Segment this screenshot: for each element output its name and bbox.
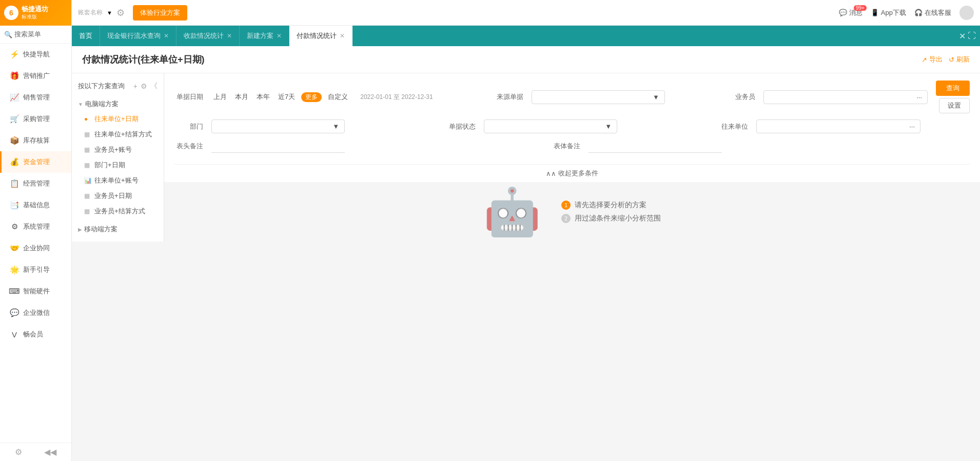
empty-step-2: 2 用过滤条件来缩小分析范围: [561, 214, 661, 223]
date-more[interactable]: 更多: [301, 92, 322, 102]
sidebar-item-guide[interactable]: 🌟 新手引导: [0, 259, 71, 280]
scheme-item-salesman-account[interactable]: ▦ 业务员+账号: [72, 142, 164, 157]
partner-select[interactable]: ···: [756, 119, 920, 133]
tab-bank-flow[interactable]: 现金银行流水查询 ✕: [100, 26, 177, 46]
date-custom[interactable]: 自定义: [326, 91, 350, 103]
sidebar-item-finance[interactable]: 💰 资金管理: [0, 151, 71, 173]
empty-step-1: 1 请先选择要分析的方案: [561, 201, 646, 210]
tab-close-receipt-stats[interactable]: ✕: [227, 32, 232, 39]
scheme-collapse-btn[interactable]: 《: [150, 82, 158, 91]
tab-close-all-btn[interactable]: ✕: [959, 31, 966, 41]
member-icon: V: [10, 330, 19, 339]
scheme-item-salesman-settle[interactable]: ▦ 业务员+结算方式: [72, 204, 164, 219]
scheme-item-salesman-date[interactable]: ▦ 业务员+日期: [72, 188, 164, 204]
dept-date-icon: ▦: [84, 162, 91, 169]
date-last-7[interactable]: 近7天: [276, 91, 297, 103]
source-select[interactable]: ▼: [532, 90, 665, 104]
scheme-item-partner-date[interactable]: ● 往来单位+日期: [72, 111, 164, 127]
wechat-icon: 💬: [10, 308, 19, 317]
date-this-year[interactable]: 本年: [254, 91, 272, 103]
sidebar-item-basic[interactable]: 📑 基础信息: [0, 194, 71, 216]
search-menu[interactable]: 🔍 搜索菜单: [0, 26, 71, 44]
tab-close-payment-stats[interactable]: ✕: [340, 32, 345, 39]
tab-home[interactable]: 首页: [72, 26, 100, 46]
logo-icon: 6: [4, 6, 18, 20]
scheme-panel-tools: + ⚙ 《: [133, 82, 158, 91]
sidebar-item-operation[interactable]: 📋 经营管理: [0, 173, 71, 194]
empty-state-area: 🤖 1 请先选择要分析的方案 2 用过滤条件来缩小分析范围: [164, 182, 980, 242]
message-icon: 💬: [839, 9, 847, 16]
tab-close-bank-flow[interactable]: ✕: [164, 32, 169, 39]
desktop-section: ▼ 电脑端方案 ● 往来单位+日期 ▦ 往来单位+结算方式 ▦ 业务员+账号: [72, 97, 164, 219]
sidebar-item-enterprise[interactable]: 🤝 企业协同: [0, 237, 71, 259]
date-last-month[interactable]: 上月: [211, 91, 229, 103]
note-body-input[interactable]: [589, 139, 722, 153]
operation-icon: 📋: [10, 179, 19, 188]
dept-select[interactable]: ▼: [211, 119, 345, 133]
page-header: 付款情况统计(往来单位+日期) ↗ 导出 ↺ 刷新: [72, 46, 980, 73]
empty-wrapper: 🤖 1 请先选择要分析的方案 2 用过滤条件来缩小分析范围: [483, 185, 661, 239]
main-area: 账套名称 ▼ ⚙ 体验行业方案 💬 消息 99+ 📱 App下载 🎧 在线客服 …: [72, 0, 980, 461]
sidebar: 6 畅捷通坊 标准版 🔍 搜索菜单 ⚡ 快捷导航 🎁 营销推广 📈 销售管理 🛒…: [0, 0, 72, 461]
collapse-bar[interactable]: ∧∧ 收起更多条件: [174, 164, 970, 182]
online-service-btn[interactable]: 🎧 在线客服: [914, 8, 951, 17]
footer-collapse-icon[interactable]: ◀◀: [44, 447, 56, 457]
topbar: 账套名称 ▼ ⚙ 体验行业方案 💬 消息 99+ 📱 App下载 🎧 在线客服: [72, 0, 980, 26]
topbar-settings-icon[interactable]: ⚙: [116, 7, 125, 18]
tabbar-actions: ✕ ⛶: [955, 26, 980, 46]
sidebar-item-sales[interactable]: 📈 销售管理: [0, 87, 71, 108]
note-header-input[interactable]: [211, 139, 345, 153]
scheme-item-partner-account[interactable]: 📊 往来单位+账号: [72, 173, 164, 188]
footer-settings-icon[interactable]: ⚙: [15, 447, 22, 457]
basic-icon: 📑: [10, 201, 19, 210]
tab-close-new-plan[interactable]: ✕: [277, 32, 282, 39]
service-icon: 🎧: [914, 9, 923, 16]
sidebar-item-hardware[interactable]: ⌨ 智能硬件: [0, 280, 71, 302]
content-body: 按以下方案查询 + ⚙ 《 ▼ 电脑端方案 ● 往来单位+日期: [72, 73, 980, 242]
topbar-right: 💬 消息 99+ 📱 App下载 🎧 在线客服: [839, 6, 974, 20]
quick-nav-icon: ⚡: [10, 50, 19, 59]
sidebar-item-system[interactable]: ⚙ 系统管理: [0, 216, 71, 237]
trial-btn[interactable]: 体验行业方案: [133, 5, 187, 21]
empty-robot-icon: 🤖: [483, 185, 541, 239]
salesman-settle-icon: ▦: [84, 208, 91, 215]
app-download-btn[interactable]: 📱 App下载: [871, 8, 906, 17]
scheme-settings-btn[interactable]: ⚙: [141, 82, 147, 90]
export-btn[interactable]: ↗ 导出: [922, 55, 943, 64]
tab-payment-stats[interactable]: 付款情况统计 ✕: [289, 26, 352, 46]
refresh-btn[interactable]: ↺ 刷新: [949, 55, 970, 64]
tab-expand-btn[interactable]: ⛶: [968, 31, 976, 41]
tab-receipt-stats[interactable]: 收款情况统计 ✕: [177, 26, 240, 46]
filter-actions: 查询 设置: [936, 81, 970, 113]
scheme-item-partner-settle[interactable]: ▦ 往来单位+结算方式: [72, 127, 164, 142]
filter-row-2: 部门 ▼ 单据状态 ▼ 往来: [174, 119, 970, 133]
sidebar-item-wechat[interactable]: 💬 企业微信: [0, 302, 71, 324]
mobile-section-header[interactable]: ▶ 移动端方案: [72, 222, 164, 236]
partner-account-icon: 📊: [84, 177, 91, 184]
sidebar-item-member[interactable]: V 畅会员: [0, 324, 71, 345]
scheme-panel-header: 按以下方案查询 + ⚙ 《: [72, 78, 164, 94]
scheme-item-dept-date[interactable]: ▦ 部门+日期: [72, 157, 164, 173]
sidebar-item-marketing[interactable]: 🎁 营销推广: [0, 65, 71, 87]
settings-btn[interactable]: 设置: [939, 98, 970, 113]
scheme-add-btn[interactable]: +: [133, 82, 138, 90]
user-avatar[interactable]: [959, 6, 974, 20]
dept-label: 部门: [174, 122, 203, 131]
desktop-section-header[interactable]: ▼ 电脑端方案: [72, 97, 164, 111]
sidebar-item-purchase[interactable]: 🛒 采购管理: [0, 108, 71, 130]
sidebar-item-inventory[interactable]: 📦 库存核算: [0, 130, 71, 151]
sidebar-nav: ⚡ 快捷导航 🎁 营销推广 📈 销售管理 🛒 采购管理 📦 库存核算 💰 资金管…: [0, 44, 71, 443]
empty-state: 1 请先选择要分析的方案 2 用过滤条件来缩小分析范围: [561, 201, 661, 223]
tab-new-plan[interactable]: 新建方案 ✕: [240, 26, 289, 46]
salesman-select[interactable]: ···: [763, 90, 928, 104]
messages-btn[interactable]: 💬 消息 99+: [839, 8, 863, 17]
doc-status-select[interactable]: ▼: [484, 119, 617, 133]
sidebar-item-quick-nav[interactable]: ⚡ 快捷导航: [0, 44, 71, 65]
doc-status-label: 单据状态: [447, 122, 476, 131]
marketing-icon: 🎁: [10, 71, 19, 81]
filter-row-1: 单据日期 上月 本月 本年 近7天 更多 自定义 2022-01-01 至 20…: [174, 81, 970, 113]
date-this-month[interactable]: 本月: [233, 91, 250, 103]
guide-icon: 🌟: [10, 265, 19, 274]
date-label: 单据日期: [174, 92, 203, 102]
query-btn[interactable]: 查询: [936, 81, 970, 96]
